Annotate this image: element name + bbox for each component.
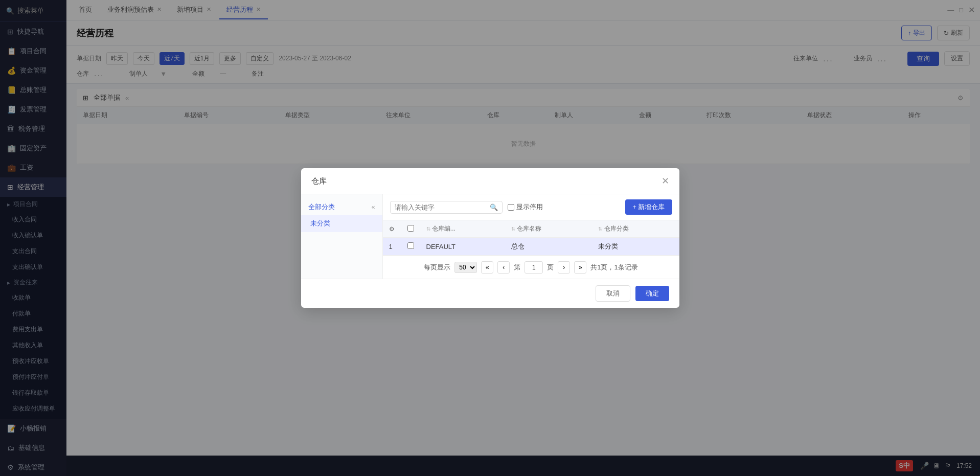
row-num: 1 [383,238,401,256]
modal-pag-page-label: 第 [514,263,520,272]
row-checkbox[interactable] [407,242,414,249]
modal-pag-last[interactable]: » [574,261,586,274]
confirm-button[interactable]: 确定 [635,286,669,301]
modal-pag-next[interactable]: › [558,261,570,274]
modal-page-size-label: 每页显示 [424,263,450,272]
col-name-header: ⇅ 仓库名称 [505,220,592,238]
table-row[interactable]: 1 DEFAULT 总仓 未分类 [383,238,679,256]
cancel-button[interactable]: 取消 [596,285,630,302]
modal-search-input[interactable] [395,203,487,211]
modal-pag-prev[interactable]: ‹ [497,261,510,274]
modal-pagination: 每页显示 50 « ‹ 第 页 › » 共1页，1条记录 [383,256,679,279]
col-category-header: ⇅ 仓库分类 [592,220,679,238]
col-code-header: ⇅ 仓库编... [420,220,506,238]
select-all-checkbox[interactable] [407,225,414,232]
modal-pag-total: 共1页，1条记录 [590,263,637,272]
modal-main: 🔍 显示停用 + 新增仓库 ⚙ [383,194,679,279]
modal-header: 仓库 ✕ [301,168,679,194]
modal-sidebar-header: 全部分类 « [301,199,382,215]
show-disabled-checkbox[interactable] [508,204,514,211]
modal-pag-first[interactable]: « [481,261,493,274]
modal-sidebar-all-label[interactable]: 全部分类 [308,202,335,212]
row-checkbox-cell[interactable] [401,238,420,256]
modal-body: 全部分类 « 未分类 🔍 显示停用 + 新增仓库 [301,194,679,279]
modal-toolbar: 🔍 显示停用 + 新增仓库 [383,194,679,220]
modal-overlay[interactable]: 仓库 ✕ 全部分类 « 未分类 🔍 [0,0,980,476]
modal-table-wrap: ⚙ ⇅ 仓库编... ⇅ [383,220,679,256]
modal-pag-page-unit: 页 [547,263,554,272]
modal-sidebar-collapse-icon[interactable]: « [372,203,375,211]
modal-close-button[interactable]: ✕ [662,175,669,187]
modal-search-box[interactable]: 🔍 [390,201,503,214]
modal-page-size-select[interactable]: 50 [454,262,477,273]
modal-sidebar-uncategorized[interactable]: 未分类 [301,215,382,232]
modal-table: ⚙ ⇅ 仓库编... ⇅ [383,220,679,256]
modal-footer: 取消 确定 [301,279,679,308]
col-settings[interactable]: ⚙ [383,220,401,238]
modal-title: 仓库 [311,176,327,186]
modal-pag-input[interactable] [525,261,543,274]
row-code: DEFAULT [420,238,506,256]
warehouse-modal: 仓库 ✕ 全部分类 « 未分类 🔍 [301,168,679,308]
col-checkbox-header[interactable] [401,220,420,238]
row-name: 总仓 [505,238,592,256]
modal-sidebar: 全部分类 « 未分类 [301,194,383,279]
show-disabled-label[interactable]: 显示停用 [508,202,543,212]
add-warehouse-button[interactable]: + 新增仓库 [625,199,672,215]
row-category: 未分类 [592,238,679,256]
modal-search-icon: 🔍 [490,203,498,211]
